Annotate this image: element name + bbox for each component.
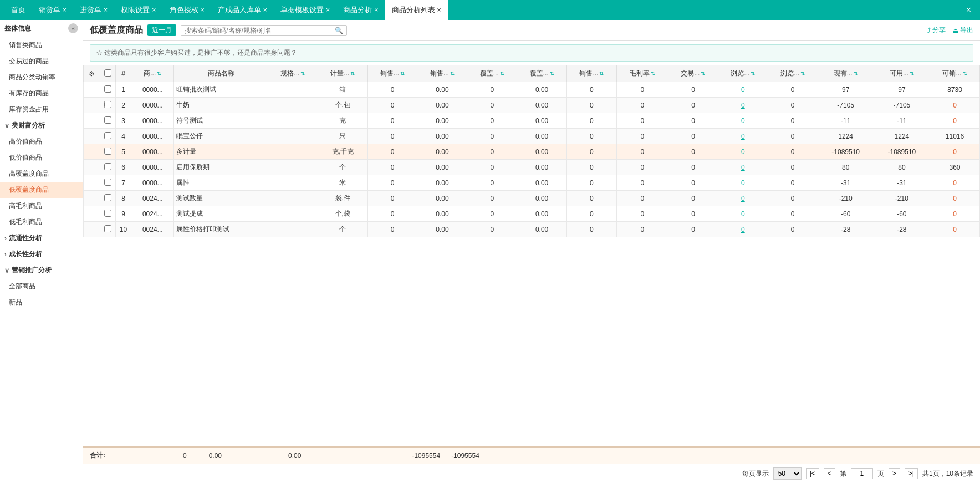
sidebar-item-high-value[interactable]: 高价值商品	[0, 134, 83, 150]
column-gear[interactable]: ⚙	[84, 65, 100, 82]
cell-checkbox[interactable]	[100, 206, 116, 222]
cell-checkbox[interactable]	[100, 222, 116, 237]
cell-name: 牛奶	[174, 98, 268, 113]
sidebar-item-category-rate[interactable]: 商品分类动销率	[0, 69, 83, 85]
column-browse1[interactable]: 浏览...⇅	[718, 65, 768, 82]
cell-checkbox[interactable]	[100, 98, 116, 113]
column-avail[interactable]: 可销...⇅	[930, 65, 979, 82]
sidebar-item-low-margin[interactable]: 低毛利商品	[0, 214, 83, 230]
cell-browse1[interactable]: 0	[718, 206, 768, 222]
cell-stock2: 80	[874, 160, 930, 175]
sidebar-item-all-products[interactable]: 全部商品	[0, 278, 83, 294]
cell-avail: 0	[930, 206, 979, 222]
page-number-input[interactable]	[851, 468, 873, 479]
row-checkbox[interactable]	[104, 163, 111, 170]
export-button[interactable]: ⏏ 导出	[952, 26, 973, 35]
column-coverage2[interactable]: 覆盖...⇅	[517, 65, 567, 82]
nav-purchase[interactable]: 进货单 ×	[73, 0, 114, 20]
first-page-btn[interactable]: |<	[806, 468, 819, 479]
nav-product-analysis-list[interactable]: 商品分析列表 ×	[385, 0, 448, 20]
column-stock2[interactable]: 可用...⇅	[874, 65, 930, 82]
row-checkbox[interactable]	[104, 148, 111, 155]
cell-unit: 只	[318, 129, 368, 144]
row-checkbox[interactable]	[104, 179, 111, 186]
sidebar-section-marketing[interactable]: ∨ 营销推广分析	[0, 262, 83, 278]
cell-browse1[interactable]: 0	[718, 82, 768, 98]
nav-warehouse[interactable]: 产成品入库单 ×	[211, 0, 274, 20]
column-sales3[interactable]: 销售...⇅	[567, 65, 617, 82]
time-filter-button[interactable]: 近一月	[147, 24, 176, 36]
nav-template[interactable]: 单据模板设置 ×	[274, 0, 336, 20]
sidebar-item-new-products[interactable]: 新品	[0, 294, 83, 311]
nav-home[interactable]: 首页	[4, 0, 32, 20]
column-coverage1[interactable]: 覆盖...⇅	[467, 65, 517, 82]
cell-checkbox[interactable]	[100, 160, 116, 175]
nav-product-analysis[interactable]: 商品分析 ×	[336, 0, 385, 20]
cell-browse1[interactable]: 0	[718, 191, 768, 206]
cell-browse1[interactable]: 0	[718, 222, 768, 237]
row-checkbox[interactable]	[104, 225, 111, 232]
close-button[interactable]: ×	[962, 5, 976, 15]
nav-roles[interactable]: 角色授权 ×	[163, 0, 211, 20]
cell-coverage2: 0.00	[517, 175, 567, 191]
cell-browse1[interactable]: 0	[718, 175, 768, 191]
cell-browse1[interactable]: 0	[718, 144, 768, 160]
cell-checkbox[interactable]	[100, 191, 116, 206]
row-checkbox[interactable]	[104, 85, 111, 93]
sidebar-item-low-value[interactable]: 低价值商品	[0, 150, 83, 166]
row-checkbox[interactable]	[104, 210, 111, 217]
cell-browse1[interactable]: 0	[718, 160, 768, 175]
share-button[interactable]: ⤴ 分享	[927, 26, 946, 35]
search-icon: 🔍	[335, 27, 343, 34]
sort-icon-code: ⇅	[157, 70, 161, 77]
next-page-btn[interactable]: >	[889, 468, 900, 479]
sidebar-item-low-coverage[interactable]: 低覆盖度商品	[0, 182, 83, 198]
prev-page-btn[interactable]: <	[824, 468, 835, 479]
column-checkbox[interactable]	[100, 65, 116, 82]
sidebar-section-circulation[interactable]: › 流通性分析	[0, 230, 83, 246]
cell-browse1[interactable]: 0	[718, 98, 768, 113]
sidebar-section-growth[interactable]: › 成长性分析	[0, 246, 83, 262]
column-gross[interactable]: 毛利率⇅	[616, 65, 668, 82]
cell-sales2: 0.00	[417, 113, 467, 129]
cell-checkbox[interactable]	[100, 129, 116, 144]
column-browse2[interactable]: 浏览...⇅	[768, 65, 818, 82]
cell-browse2: 0	[768, 113, 818, 129]
row-checkbox[interactable]	[104, 132, 111, 139]
search-input[interactable]	[185, 27, 335, 34]
sidebar-item-sales-products[interactable]: 销售类商品	[0, 37, 83, 53]
cell-browse1[interactable]: 0	[718, 113, 768, 129]
cell-unit: 袋,件	[318, 191, 368, 206]
cell-num: 9	[116, 206, 131, 222]
sidebar-section-wealth[interactable]: ∨ 类财富分析	[0, 118, 83, 134]
last-page-btn[interactable]: >|	[905, 468, 918, 479]
table-row: 1 0000... 旺铺批次测试 箱 0 0.00 0 0.00 0 0 0 0…	[84, 82, 980, 98]
sidebar-item-high-coverage[interactable]: 高覆盖度商品	[0, 166, 83, 182]
cell-browse1[interactable]: 0	[718, 129, 768, 144]
column-stock1[interactable]: 现有...⇅	[818, 65, 874, 82]
nav-sales[interactable]: 销货单 ×	[32, 0, 73, 20]
column-code[interactable]: 商...⇅	[131, 65, 174, 82]
per-page-select[interactable]: 50 100 200	[773, 467, 802, 480]
cell-checkbox[interactable]	[100, 82, 116, 98]
cell-checkbox[interactable]	[100, 113, 116, 129]
sidebar-collapse-btn[interactable]: «	[68, 23, 78, 33]
select-all-checkbox[interactable]	[104, 69, 111, 77]
sidebar-item-traded-products[interactable]: 交易过的商品	[0, 53, 83, 69]
sidebar-item-inventory-capital[interactable]: 库存资金占用	[0, 101, 83, 118]
column-unit[interactable]: 计量...⇅	[318, 65, 368, 82]
sidebar-item-stocked-products[interactable]: 有库存的商品	[0, 85, 83, 101]
column-sales2[interactable]: 销售...⇅	[417, 65, 467, 82]
row-checkbox[interactable]	[104, 101, 111, 108]
cell-stock2: 97	[874, 82, 930, 98]
cell-checkbox[interactable]	[100, 144, 116, 160]
sidebar-item-high-margin[interactable]: 高毛利商品	[0, 198, 83, 214]
cell-num: 8	[116, 191, 131, 206]
cell-checkbox[interactable]	[100, 175, 116, 191]
column-sales1[interactable]: 销售...⇅	[368, 65, 417, 82]
column-trans[interactable]: 交易...⇅	[668, 65, 718, 82]
row-checkbox[interactable]	[104, 116, 111, 124]
column-spec[interactable]: 规格...⇅	[268, 65, 318, 82]
row-checkbox[interactable]	[104, 194, 111, 201]
nav-permissions[interactable]: 权限设置 ×	[114, 0, 162, 20]
